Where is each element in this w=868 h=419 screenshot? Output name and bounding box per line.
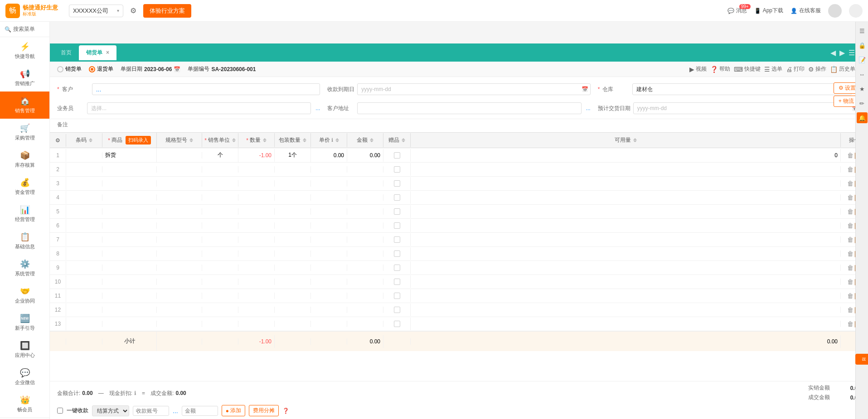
sidebar-item-inventory[interactable]: 📦 库存核算 <box>0 146 49 173</box>
customer-address-input[interactable] <box>357 102 581 114</box>
payment-amount-input[interactable] <box>182 406 218 416</box>
one-click-payment-checkbox[interactable]: 一键收款 <box>57 407 88 414</box>
sort-qty[interactable] <box>263 138 267 142</box>
sidebar-label-purchase: 采购管理 <box>15 135 35 141</box>
payment-account-input[interactable] <box>133 406 169 416</box>
due-date-input[interactable]: yyyy-mm-dd 📅 <box>357 83 590 95</box>
customer-input[interactable]: ... <box>92 83 320 95</box>
video-button[interactable]: ▶ 视频 <box>689 65 707 73</box>
choose-order-button[interactable]: ☰ 选单 <box>764 65 782 73</box>
right-panel-btn-4[interactable]: ↔ <box>857 69 868 80</box>
add-payment-button[interactable]: ● 添加 <box>222 405 245 416</box>
radio-return[interactable]: 退货单 <box>89 65 113 73</box>
sort-price[interactable] <box>335 138 339 142</box>
trial-button[interactable]: 体验行业方案 <box>143 4 191 18</box>
td-row1-price[interactable]: 0.00 <box>311 149 347 162</box>
messages-button[interactable]: 💬 消息 99+ <box>727 7 747 14</box>
message-badge: 99+ <box>739 4 751 9</box>
sort-spec[interactable] <box>189 138 193 142</box>
td-row1-qty[interactable]: -1.00 <box>238 149 275 162</box>
company-selector[interactable]: XXXXXX公司 ▾ <box>69 5 123 17</box>
right-panel-btn-3[interactable]: 📝 <box>857 54 868 65</box>
warehouse-input[interactable]: 建材仓 <box>632 83 852 95</box>
ops-button[interactable]: ⚙ 操作 <box>808 65 826 73</box>
sidebar-item-quick-nav[interactable]: ⚡ 快捷导航 <box>0 37 49 64</box>
delete-row1-button[interactable]: 🗑 <box>847 152 853 159</box>
orange-fab[interactable]: Itl <box>855 354 868 365</box>
help-button[interactable]: ❓ 帮助 <box>710 65 730 73</box>
sort-amount[interactable] <box>370 138 373 142</box>
td-row1-spec[interactable] <box>157 152 202 159</box>
sidebar-item-wechat[interactable]: 💬 企业微信 <box>0 363 49 390</box>
td-row1-pack[interactable]: 1个 <box>275 148 311 162</box>
sidebar-label-sales: 销售管理 <box>15 107 35 114</box>
right-panel-btn-5[interactable]: ★ <box>857 83 868 94</box>
expected-delivery-input[interactable]: yyyy-mm-dd 📅 <box>633 102 861 114</box>
due-date-placeholder: yyyy-mm-dd <box>361 86 391 92</box>
customer-label: 客户 <box>62 86 89 93</box>
print-label: 打印 <box>794 65 805 73</box>
one-click-checkbox-input[interactable] <box>57 408 63 414</box>
avatar[interactable] <box>828 4 842 18</box>
calendar-icon[interactable]: 📅 <box>174 66 180 72</box>
td-row1-amount[interactable]: 0.00 <box>347 149 383 162</box>
right-panel-btn-6[interactable]: ✏ <box>857 98 868 109</box>
td-row1-unit[interactable]: 个 <box>202 148 238 162</box>
sidebar-item-marketing[interactable]: 📢 营销推广 <box>0 64 49 92</box>
avatar-secondary[interactable] <box>849 4 863 18</box>
sidebar-search[interactable]: 🔍 搜索菜单 <box>0 22 49 37</box>
scan-button[interactable]: 扫码录入 <box>126 136 151 144</box>
salesperson-ellipsis[interactable]: ... <box>315 105 320 111</box>
sidebar-item-guide[interactable]: 🆕 新手引导 <box>0 309 49 336</box>
sidebar-item-sales[interactable]: 🏠 销售管理 <box>0 92 49 119</box>
tab-home[interactable]: 首页 <box>53 45 79 60</box>
expense-split-button[interactable]: 费用分摊 <box>249 405 279 416</box>
settings-gear-button[interactable]: ⚙ <box>127 5 140 17</box>
payment-help-icon[interactable]: ❓ <box>282 408 289 414</box>
sidebar-item-finance[interactable]: 💰 资金管理 <box>0 173 49 200</box>
payment-method-select[interactable]: 结算方式 <box>92 405 129 416</box>
prev-tab-button[interactable]: ◀ <box>830 48 836 57</box>
sidebar-item-enterprise[interactable]: 🤝 企业协同 <box>0 282 49 309</box>
tab-sales-order[interactable]: 销货单 × <box>79 45 116 60</box>
sort-barcode[interactable] <box>89 138 92 142</box>
payment-ellipsis[interactable]: ... <box>173 407 178 414</box>
deal-amount-summary-row: 成交金额 0.00 <box>808 394 861 401</box>
right-panel-btn-2[interactable]: 🔒 <box>857 40 868 51</box>
table-row: 6 🗑📋 <box>50 219 868 233</box>
app-download-button[interactable]: 📱 App下载 <box>754 7 783 14</box>
salesperson-input[interactable]: 选择... <box>87 102 311 114</box>
tab-close-icon[interactable]: × <box>106 49 109 56</box>
product-name-1: 拆货 <box>105 151 116 159</box>
sort-pack[interactable] <box>303 138 306 142</box>
radio-sales[interactable]: 销货单 <box>57 65 82 73</box>
sidebar-item-purchase[interactable]: 🛒 采购管理 <box>0 119 49 146</box>
online-service-button[interactable]: 👤 在线客服 <box>790 7 821 14</box>
sidebar-item-apps[interactable]: 🔲 应用中心 <box>0 336 49 363</box>
sidebar-item-system[interactable]: ⚙️ 系统管理 <box>0 255 49 282</box>
print-button[interactable]: 🖨 打印 <box>786 65 805 73</box>
sidebar-label-basics: 基础信息 <box>15 243 35 250</box>
gift-checkbox-1[interactable] <box>394 152 400 159</box>
sidebar-item-operations[interactable]: 📊 经营管理 <box>0 200 49 227</box>
td-row1-product[interactable]: 拆货 <box>102 148 157 162</box>
sidebar-item-member[interactable]: 👑 畅会员 <box>0 390 49 418</box>
td-row1-gift[interactable] <box>383 149 411 162</box>
notes-input[interactable] <box>71 122 861 128</box>
right-panel-btn-7[interactable]: 🔔 <box>857 112 868 123</box>
customer-address-ellipsis[interactable]: ... <box>586 105 591 111</box>
next-tab-button[interactable]: ▶ <box>839 48 845 57</box>
shortcut-button[interactable]: ⌨ 快捷键 <box>734 65 761 73</box>
sort-gift[interactable] <box>402 138 405 142</box>
sidebar: 🔍 搜索菜单 ⚡ 快捷导航 📢 营销推广 🏠 销售管理 🛒 采购管理 📦 库存核… <box>0 22 50 419</box>
sort-unit[interactable] <box>232 138 236 142</box>
total-amount-label: 金额合计: <box>57 390 80 397</box>
right-panel-btn-1[interactable]: ☰ <box>857 25 868 36</box>
th-settings[interactable]: ⚙ <box>50 134 66 147</box>
th-qty: * 数量 <box>238 133 275 147</box>
sort-available[interactable] <box>633 138 637 142</box>
td-row1-barcode[interactable] <box>66 152 102 159</box>
sidebar-item-basics[interactable]: 📋 基础信息 <box>0 227 49 255</box>
tab-list-button[interactable]: ☰ <box>849 48 855 57</box>
discount-help-icon[interactable]: ℹ <box>134 390 136 396</box>
